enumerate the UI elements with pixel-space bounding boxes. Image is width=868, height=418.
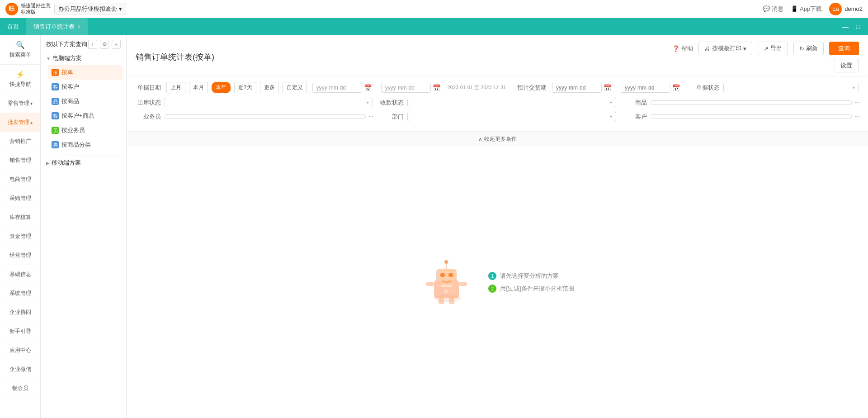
main-layout: 🔍 搜索菜单 ⚡ 快捷导航 零售管理 ▾ 批发管理 ▴ 营销推广 销售管理 电商… (0, 35, 868, 418)
scheme-item-bystaff[interactable]: 员 按业务员 (48, 123, 123, 138)
tip-num-2: 2 (488, 285, 496, 293)
scheme-panel: 按以下方案查询 + ⚙ « ▼ 电脑端方案 按 按单 (41, 35, 127, 418)
scheme-item-bycustomer[interactable]: 客 按客户 (48, 80, 123, 94)
tab-maximize-btn[interactable]: □ (854, 22, 863, 31)
scheme-collapse-btn[interactable]: « (112, 40, 121, 49)
help-icon: ❓ (672, 45, 679, 52)
export-btn[interactable]: ↗ 导出 (758, 42, 788, 55)
sidebar-item-ecommerce[interactable]: 电商管理 (0, 170, 40, 189)
svg-rect-4 (448, 273, 453, 277)
sidebar-item-marketing[interactable]: 营销推广 (0, 132, 40, 151)
message-action[interactable]: 💬 消息 (763, 5, 783, 13)
top-bar-left: 旺 畅捷通好生意 标准版 办公用品行业模拟账套 ▾ (5, 3, 126, 15)
staff-more-btn[interactable]: ··· (368, 113, 373, 121)
sidebar-item-finance[interactable]: 资金管理 (0, 227, 40, 246)
staff-select[interactable] (165, 114, 366, 119)
sidebar-item-collab[interactable]: 企业协同 (0, 303, 40, 322)
chevron-up-icon: ▴ (30, 120, 33, 125)
calendar-end-icon[interactable]: 📅 (433, 84, 440, 91)
svg-point-12 (444, 289, 448, 294)
tab-home[interactable]: 首页 (0, 18, 26, 35)
customer-select[interactable] (651, 114, 852, 119)
content-area: 按以下方案查询 + ⚙ « ▼ 电脑端方案 按 按单 (41, 35, 868, 418)
expected-cal-end-icon[interactable]: 📅 (672, 84, 680, 91)
expected-start-input[interactable] (552, 83, 602, 93)
query-button[interactable]: 查询 (829, 42, 859, 55)
collapse-bar[interactable]: ∧ 收起更多条件 (127, 131, 868, 147)
date-btn-more[interactable]: 更多 (260, 82, 279, 93)
collapse-icon: ∧ (478, 136, 482, 142)
sidebar-item-search[interactable]: 🔍 搜索菜单 (0, 35, 40, 65)
tip-num-1: 1 (488, 272, 496, 280)
calendar-start-icon[interactable]: 📅 (364, 84, 372, 91)
date-btn-thisyear[interactable]: 本年 (212, 82, 231, 93)
date-btn-custom[interactable]: 自定义 (283, 82, 307, 93)
logo-area[interactable]: 旺 畅捷通好生意 标准版 (5, 3, 51, 15)
sidebar-item-member[interactable]: 畅会员 (0, 379, 40, 398)
date-btn-lastmonth[interactable]: 上月 (166, 82, 185, 93)
logo-text: 畅捷通好生意 标准版 (21, 3, 51, 14)
sidebar-item-management[interactable]: 经营管理 (0, 246, 40, 265)
sidebar-item-apps[interactable]: 应用中心 (0, 341, 40, 360)
setting-button[interactable]: 设置 (834, 59, 859, 72)
date-label: 单据日期 (136, 84, 161, 92)
date-end-input[interactable] (381, 83, 431, 93)
scheme-add-btn[interactable]: + (88, 40, 97, 49)
refresh-btn[interactable]: ↻ 刷新 (793, 42, 824, 55)
scheme-group-header-mobile[interactable]: ▶ 移动端方案 (44, 156, 123, 170)
user-area[interactable]: Ea demo2 (829, 3, 863, 15)
scheme-group-pc: ▼ 电脑端方案 按 按单 客 按客户 品 按商品 (41, 52, 126, 152)
scheme-title: 按以下方案查询 (46, 40, 87, 48)
goods-select[interactable] (651, 100, 852, 105)
scheme-item-bycustomergoods[interactable]: 客 按客户+商品 (48, 109, 123, 123)
dept-select[interactable]: ▾ (407, 112, 616, 121)
sidebar-item-basic[interactable]: 基础信息 (0, 265, 40, 284)
scheme-item-bygoods[interactable]: 品 按商品 (48, 94, 123, 109)
scheme-item-icon: 品 (52, 98, 59, 105)
date-buttons: 上月 本月 本年 近7天 更多 自定义 (166, 82, 307, 93)
sidebar-item-wholesale[interactable]: 批发管理 ▴ (0, 113, 40, 132)
sidebar-item-retail[interactable]: 零售管理 ▾ (0, 94, 40, 113)
scheme-settings-btn[interactable]: ⚙ (100, 40, 109, 49)
filter-row-date: 单据日期 上月 本月 本年 近7天 更多 自定义 📅 — 📅 (136, 82, 859, 93)
tab-active[interactable]: 销售订单统计表 × (26, 18, 88, 35)
expected-cal-start-icon[interactable]: 📅 (604, 84, 611, 91)
empty-content: 1 请先选择要分析的方案 2 用[过滤]条件来缩小分析范围 (420, 255, 574, 309)
svg-point-6 (444, 260, 448, 264)
sidebar-item-quicknav[interactable]: ⚡ 快捷导航 (0, 65, 40, 94)
message-icon: 💬 (763, 5, 770, 12)
empty-tip-1: 1 请先选择要分析的方案 (488, 272, 574, 280)
tab-close-icon[interactable]: × (77, 24, 80, 30)
sidebar-item-purchase[interactable]: 采购管理 (0, 189, 40, 208)
status-select[interactable]: ▾ (723, 83, 859, 92)
customer-label: 客户 (622, 113, 647, 121)
scheme-group-header-pc[interactable]: ▼ 电脑端方案 (44, 52, 123, 65)
page-title: 销售订单统计表(按单) (136, 52, 214, 62)
date-btn-thismonth[interactable]: 本月 (189, 82, 208, 93)
ship-status-select[interactable]: ▾ (165, 98, 373, 107)
goods-more-btn[interactable]: ··· (854, 99, 859, 107)
print-btn[interactable]: 🖨 按模板打印 ▾ (698, 42, 752, 55)
sidebar-item-inventory[interactable]: 库存核算 (0, 208, 40, 227)
customer-more-btn[interactable]: ··· (854, 113, 859, 121)
date-btn-7days[interactable]: 近7天 (234, 82, 256, 93)
scheme-item-bycategory[interactable]: 类 按商品分类 (48, 138, 123, 152)
sidebar-item-system[interactable]: 系统管理 (0, 284, 40, 303)
date-range-input: 📅 — 📅 (312, 83, 440, 93)
receive-status-select[interactable]: ▾ (407, 98, 616, 107)
sidebar-item-wechat[interactable]: 企业微信 (0, 360, 40, 379)
help-action[interactable]: ❓ 帮助 (672, 44, 693, 52)
scheme-item-icon: 员 (52, 127, 59, 134)
expected-end-input[interactable] (621, 83, 670, 93)
sidebar-item-guide[interactable]: 新手引导 (0, 322, 40, 341)
app-download-action[interactable]: 📱 App下载 (791, 5, 822, 13)
svg-rect-7 (426, 282, 434, 286)
top-bar-right: 💬 消息 📱 App下载 Ea demo2 (763, 3, 863, 15)
scheme-item-icon: 类 (52, 141, 59, 148)
sidebar-item-sales[interactable]: 销售管理 (0, 151, 40, 170)
company-select[interactable]: 办公用品行业模拟账套 ▾ (54, 4, 126, 14)
scheme-item-byorder[interactable]: 按 按单 (48, 65, 123, 80)
tab-minimize-btn[interactable]: — (841, 22, 850, 31)
date-start-input[interactable] (312, 83, 362, 93)
refresh-icon: ↻ (799, 45, 804, 52)
